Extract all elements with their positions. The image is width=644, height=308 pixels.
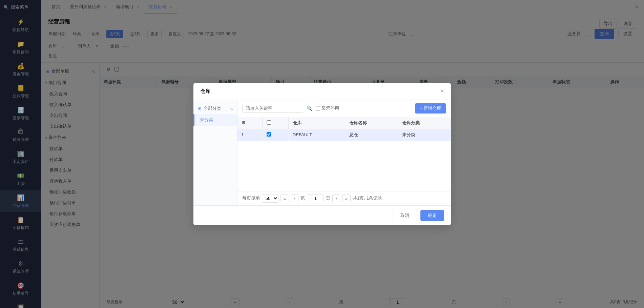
modal-page-input[interactable] (307, 194, 324, 202)
modal-overlay: 仓库 × ⊞ 全部分类 « 未分类 🔍 显 (0, 0, 644, 308)
modal-left-header: ⊞ 全部分类 « (193, 103, 237, 114)
modal-total-label: 共1页, 1条记录 (353, 195, 382, 201)
modal-last-btn[interactable]: » (342, 194, 351, 202)
modal-table-wrapper: ⚙ 仓库... 仓库名称 仓库分类 1 DEFAULT (237, 117, 451, 191)
col-name: 仓库名称 (345, 117, 398, 129)
modal-per-page-label: 每页显示 (242, 195, 260, 201)
modal-toolbar: 🔍 显示停用 + 新增仓库 (237, 100, 451, 117)
row-category: 未分类 (398, 129, 451, 141)
row-code: DEFAULT (288, 129, 345, 141)
cancel-button[interactable]: 取消 (393, 210, 417, 221)
modal-page-unit: 页 (326, 195, 330, 201)
confirm-button[interactable]: 确定 (420, 210, 444, 221)
modal-right-panel: 🔍 显示停用 + 新增仓库 ⚙ 仓库... (237, 100, 451, 205)
col-settings: ⚙ (237, 117, 263, 129)
search-icon[interactable]: 🔍 (307, 106, 312, 111)
modal-next-btn[interactable]: › (332, 194, 340, 202)
modal-body: ⊞ 全部分类 « 未分类 🔍 显示停用 + 新增仓库 (193, 100, 451, 205)
modal-all-category-label: 全部分类 (204, 105, 221, 111)
modal-page-size-select[interactable]: 50 (262, 194, 278, 203)
row-checkbox[interactable] (262, 129, 288, 141)
modal-category-unclassified[interactable]: 未分类 (193, 114, 237, 126)
show-disabled-label: 显示停用 (321, 105, 339, 111)
col-category: 仓库分类 (398, 117, 451, 129)
show-disabled-checkbox[interactable]: 显示停用 (316, 105, 339, 111)
modal-header: 仓库 × (193, 83, 451, 100)
table-select-all[interactable] (267, 120, 271, 125)
modal-footer: 取消 确定 (193, 205, 451, 225)
row-name: 总仓 (345, 129, 398, 141)
grid-icon: ⊞ (198, 106, 202, 111)
col-checkbox (262, 117, 288, 129)
modal-first-btn[interactable]: « (281, 194, 289, 202)
warehouse-modal: 仓库 × ⊞ 全部分类 « 未分类 🔍 显 (193, 83, 451, 225)
modal-pagination: 每页显示 50 « ‹ 第 页 › » 共1页, 1条记录 (237, 191, 451, 205)
modal-warehouse-table: ⚙ 仓库... 仓库名称 仓库分类 1 DEFAULT (237, 117, 451, 141)
row-checkbox-input[interactable] (267, 132, 271, 137)
col-code: 仓库... (288, 117, 345, 129)
modal-search-input[interactable] (242, 104, 303, 113)
add-warehouse-btn[interactable]: + 新增仓库 (415, 103, 446, 114)
modal-left-toggle-btn[interactable]: « (230, 106, 233, 111)
table-row[interactable]: 1 DEFAULT 总仓 未分类 (237, 129, 451, 141)
modal-left-panel: ⊞ 全部分类 « 未分类 (193, 100, 237, 205)
modal-title: 仓库 (200, 88, 210, 95)
modal-close-btn[interactable]: × (440, 88, 444, 95)
modal-prev-btn[interactable]: ‹ (291, 194, 298, 202)
modal-page-label: 第 (300, 195, 305, 201)
row-index: 1 (237, 129, 263, 141)
disabled-checkbox-input[interactable] (316, 106, 320, 110)
